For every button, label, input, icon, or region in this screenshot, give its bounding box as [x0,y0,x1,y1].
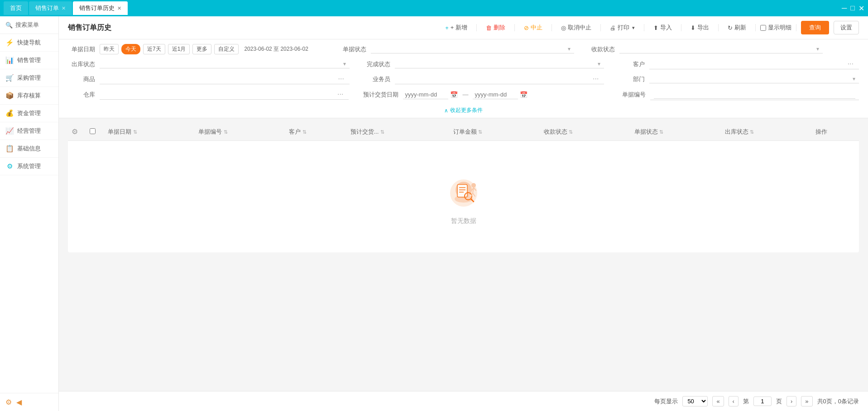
query-button[interactable]: 查询 [801,21,829,34]
stop-button[interactable]: ⊘ 中止 [519,22,547,34]
divider-9 [796,24,796,31]
date-7days-btn[interactable]: 近7天 [143,44,165,54]
tab-home-label: 首页 [10,4,22,12]
expected-date-from-input[interactable] [403,90,448,99]
prev-page-button[interactable]: ‹ [729,396,739,406]
sidebar-collapse-icon[interactable]: ◀ [16,398,22,406]
tab-sales-order-close[interactable]: ✕ [62,5,66,11]
main-layout: 🔍 搜索菜单 ⚡ 快捷导航 📊 销售管理 🛒 采购管理 📦 库存核算 💰 资金管… [0,16,868,411]
sidebar-item-basic-info[interactable]: 📋 基础信息 [0,140,58,158]
sidebar-search-label: 搜索菜单 [15,21,39,29]
close-button[interactable]: ✕ [858,4,864,13]
date-custom-btn[interactable]: 自定义 [214,44,239,54]
page-suffix: 页 [776,397,782,406]
doc-number-input[interactable] [654,90,855,99]
new-button[interactable]: + + 新增 [441,22,472,34]
last-page-button[interactable]: » [801,396,812,406]
sidebar-item-sales-mgmt[interactable]: 📊 销售管理 [0,52,58,69]
sidebar-settings-icon[interactable]: ⚙ [5,398,12,406]
col-customer: 客户 ⇅ [285,123,347,141]
sort-customer-icon[interactable]: ⇅ [302,129,307,135]
print-label: 打印 [618,24,629,32]
sidebar-bottom: ⚙ ◀ [0,393,58,411]
page-number-input[interactable] [753,396,772,406]
out-status-chevron-icon: ▾ [343,61,346,67]
sidebar-item-quick-nav[interactable]: ⚡ 快捷导航 [0,34,58,52]
sales-mgmt-icon: 📊 [5,56,14,64]
sidebar-item-inventory[interactable]: 📦 库存核算 [0,87,58,105]
inventory-icon: 📦 [5,92,14,100]
sort-receipt-status-icon[interactable]: ⇅ [569,129,573,135]
print-button[interactable]: 🖨 打印 [605,22,639,34]
date-yesterday-btn[interactable]: 昨天 [100,44,119,54]
sidebar-item-sales-mgmt-label: 销售管理 [17,56,41,64]
show-detail-toggle[interactable]: 显示明细 [760,24,791,32]
table-settings-gear[interactable]: ⚙ [72,128,78,135]
salesperson-more-icon[interactable]: ··· [591,75,600,83]
status-filter-cell: ▾ [371,45,574,53]
date-today-btn[interactable]: 今天 [121,44,140,54]
maximize-button[interactable]: □ [850,4,855,12]
date-filter-controls: 昨天 今天 近7天 近1月 更多 自定义 2023-06-02 至 2023-0… [100,44,335,54]
customer-cell: ··· [649,59,859,69]
sort-expected-date-icon[interactable]: ⇅ [380,129,384,135]
sort-doc-number-icon[interactable]: ⇅ [224,129,228,135]
refresh-button[interactable]: ↻ 刷新 [723,22,751,34]
toolbar: + + 新增 🗑 删除 ⊘ 中止 ◎ 取消中止 [441,21,859,34]
tab-sales-order-label: 销售订单 [35,4,59,12]
next-page-button[interactable]: › [786,396,796,406]
tab-sales-order[interactable]: 销售订单 ✕ [29,1,72,15]
settings-button[interactable]: 设置 [834,21,859,34]
page-size-select[interactable]: 10 20 50 100 [682,396,708,406]
tab-sales-order-history-close[interactable]: ✕ [117,5,121,11]
sidebar-item-sys-mgmt[interactable]: ⚙ 系统管理 [0,158,58,175]
empty-illustration [441,168,486,213]
customer-more-icon[interactable]: ··· [846,60,855,68]
tab-sales-order-history[interactable]: 销售订单历史 ✕ [73,1,128,15]
delete-button[interactable]: 🗑 删除 [481,22,510,34]
expected-date-to-input[interactable] [473,90,518,99]
sort-doc-date-icon[interactable]: ⇅ [133,129,137,135]
sidebar-item-finance[interactable]: 💰 资金管理 [0,105,58,122]
page-header: 销售订单历史 + + 新增 🗑 删除 ⊘ 中止 ◎ [59,16,868,39]
first-page-button[interactable]: « [712,396,724,406]
export-label: 导出 [697,24,709,32]
refresh-label: 刷新 [734,24,746,32]
date-more-btn[interactable]: 更多 [192,44,211,54]
sidebar-item-finance-label: 资金管理 [17,109,41,117]
import-label: 导入 [660,24,672,32]
purchase-mgmt-icon: 🛒 [5,74,14,82]
product-more-icon[interactable]: ··· [336,75,346,83]
col-customer-label: 客户 [289,128,301,135]
col-order-amount-label: 订单金额 [453,128,477,135]
export-button[interactable]: ⬇ 导出 [686,22,714,34]
calendar-to-icon[interactable]: 📅 [520,91,528,98]
date-1month-btn[interactable]: 近1月 [168,44,190,54]
minimize-button[interactable]: ─ [842,4,847,12]
cancel-stop-button[interactable]: ◎ 取消中止 [556,22,596,34]
sort-doc-status-icon[interactable]: ⇅ [659,129,663,135]
sidebar-search[interactable]: 🔍 搜索菜单 [0,16,58,34]
complete-status-label: 完成状态 [359,60,395,68]
sort-out-status-icon[interactable]: ⇅ [750,129,754,135]
filter-row-3: 商品 ··· 业务员 ··· 部门 ▾ [68,74,859,84]
filter-row-4: 仓库 ··· 预计交货日期 📅 — 📅 单据编号 [68,89,859,100]
collapse-row[interactable]: ∧ 收起更多条件 [68,105,859,116]
sidebar-item-purchase-mgmt[interactable]: 🛒 采购管理 [0,69,58,87]
calendar-from-icon[interactable]: 📅 [450,91,458,98]
sort-order-amount-icon[interactable]: ⇅ [478,129,482,135]
divider-8 [755,24,756,31]
sys-mgmt-icon: ⚙ [5,162,14,170]
col-doc-number: 单据编号 ⇅ [195,123,285,141]
col-expected-date: 预计交货... ⇅ [347,123,450,141]
import-button[interactable]: ⬆ 导入 [649,22,676,34]
operations-icon: 📈 [5,127,14,135]
show-detail-checkbox[interactable] [760,25,766,31]
tab-home[interactable]: 首页 [4,1,28,15]
warehouse-more-icon[interactable]: ··· [336,90,345,98]
col-order-amount: 订单金额 ⇅ [450,123,540,141]
receipt-status-filter-label: 收款状态 [583,45,619,53]
select-all-checkbox[interactable] [90,128,96,134]
sidebar-item-operations[interactable]: 📈 经营管理 [0,122,58,140]
finance-icon: 💰 [5,109,14,117]
